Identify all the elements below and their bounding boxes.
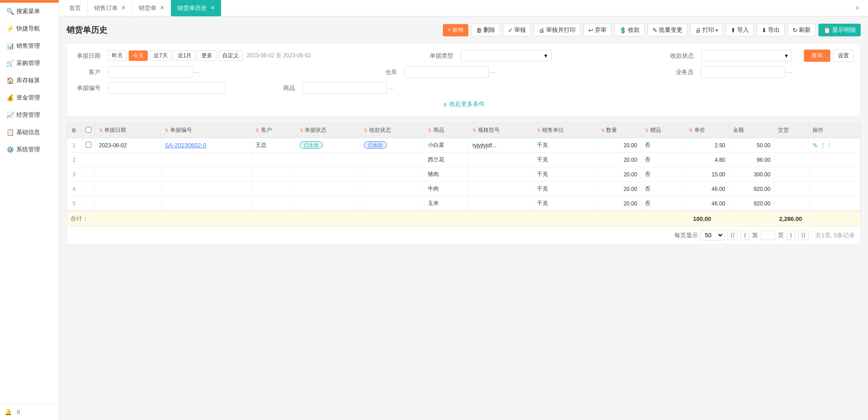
date-yesterday[interactable]: 昨天 <box>108 50 127 61</box>
show-detail-button[interactable]: 📋 显示明细 <box>818 24 861 36</box>
sidebar-item-inventory[interactable]: 🏠库存核算 <box>0 72 59 89</box>
page-content: 销货单历史 + 新增 🗑 删除 ✓ 审核 🖨 审核并打印 ↩ 弃审 <box>59 16 868 420</box>
doc-number-input[interactable] <box>108 82 226 94</box>
customer-input[interactable] <box>108 66 192 78</box>
audit-print-button[interactable]: 🖨 审核并打印 <box>534 24 581 36</box>
tab-close-sales-history[interactable]: ✕ <box>211 5 215 11</box>
warehouse-dots[interactable]: ··· <box>491 69 496 75</box>
close-all-tabs[interactable]: ✕ <box>851 5 864 11</box>
unit-col-header[interactable]: ⇅ 销售单位 <box>533 123 597 138</box>
salesperson-dots[interactable]: ··· <box>787 69 792 75</box>
date-custom[interactable]: 自定义 <box>218 50 243 61</box>
gift-col-header[interactable]: ⇅ 赠品 <box>641 123 685 138</box>
row-checkbox-cell <box>81 138 95 153</box>
batch-change-button[interactable]: ✎ 批量变更 <box>647 24 687 36</box>
prev-page-button[interactable]: ⟨ <box>741 230 749 240</box>
edit-icon[interactable]: ✎ <box>813 142 818 149</box>
price-col-header[interactable]: ⇅ 单价 <box>685 123 729 138</box>
row-doc-date <box>95 167 161 182</box>
payment-status-select[interactable]: ▾ <box>701 50 792 61</box>
audit-icon: ✓ <box>508 27 513 34</box>
row-actions <box>809 167 860 182</box>
query-button[interactable]: 查询 <box>804 50 830 62</box>
date-1month[interactable]: 近1月 <box>174 50 196 61</box>
sidebar-item-purchase-mgmt[interactable]: 🛒采购管理 <box>0 55 59 72</box>
refresh-button[interactable]: ↻ 刷新 <box>788 24 816 36</box>
delete-button[interactable]: 🗑 删除 <box>471 24 500 36</box>
sidebar-bottom-icon2[interactable]: ⏸ <box>15 409 21 415</box>
row-price: 15.00 <box>685 167 729 182</box>
first-page-button[interactable]: ⟨⟨ <box>727 230 738 240</box>
sidebar-item-system-mgmt[interactable]: ⚙️系统管理 <box>0 141 59 158</box>
collapse-button[interactable]: ∧ 收起更多条件 <box>73 98 854 110</box>
import-icon: ⬆ <box>731 27 736 34</box>
row-doc-status <box>296 167 360 182</box>
collapse-section: ∧ 收起更多条件 <box>73 98 854 110</box>
date-today[interactable]: 今天 <box>129 50 148 61</box>
row-doc-number <box>161 182 252 196</box>
product-input[interactable] <box>302 82 387 94</box>
payment-status-col-header[interactable]: ⇅ 收款状态 <box>360 123 424 138</box>
salesperson-input[interactable] <box>701 66 785 78</box>
row-payment-status <box>360 196 424 211</box>
tab-sales-history[interactable]: 销货单历史✕ <box>171 0 221 16</box>
sidebar-item-basic-info[interactable]: 📋基础信息 <box>0 124 59 141</box>
settings-button[interactable]: 设置 <box>833 50 854 62</box>
qty-col-header[interactable]: ⇅ 数量 <box>597 123 641 138</box>
warehouse-label: 仓库 <box>370 68 397 76</box>
last-page-button[interactable]: ⟩⟩ <box>798 230 809 240</box>
doc-type-select[interactable]: ▾ <box>461 50 552 61</box>
print-button[interactable]: 🖨 打印 ▾ <box>690 24 723 36</box>
product-label: 商品 <box>268 84 295 92</box>
doc-number-col-header[interactable]: ⇅ 单据编号 <box>161 123 252 138</box>
table-header: ⚙ ⇅ 单据日期 ⇅ 单据编号 ⇅ 客户 ⇅ 单据状态 ⇅ 收款状态 ⇅ 商品 … <box>67 123 860 138</box>
more-icon[interactable]: ⋮⋮ <box>820 142 833 149</box>
sidebar-bottom-icon1[interactable]: 🔔 <box>5 409 12 415</box>
row-payment-status: 已收款 <box>360 138 424 153</box>
export-button[interactable]: ⬇ 导出 <box>757 24 785 36</box>
sidebar-item-sales-mgmt[interactable]: 📊销售管理 <box>0 37 59 55</box>
per-page-select[interactable]: 50 100 200 <box>701 230 724 240</box>
row-product: 猪肉 <box>424 167 469 182</box>
product-col-header[interactable]: ⇅ 商品 <box>424 123 469 138</box>
abandon-button[interactable]: ↩ 弃审 <box>583 24 612 36</box>
row-price: 46.00 <box>685 196 729 211</box>
select-all-checkbox[interactable] <box>85 127 91 133</box>
date-more[interactable]: 更多 <box>197 50 216 61</box>
tab-home[interactable]: 首页 <box>63 0 88 16</box>
spec-col-header[interactable]: ⇅ 规格型号 <box>469 123 533 138</box>
doc-date-col-header[interactable]: ⇅ 单据日期 <box>95 123 161 138</box>
page-number-input[interactable]: 1 <box>761 230 775 240</box>
warehouse-input[interactable] <box>404 66 489 78</box>
tab-close-sales-order[interactable]: ✕ <box>121 5 125 11</box>
row-price: 2.50 <box>685 138 729 153</box>
row-checkbox[interactable] <box>85 142 91 148</box>
product-dots[interactable]: ··· <box>389 85 394 91</box>
row-unit: 千克 <box>533 182 597 196</box>
customer-col-header[interactable]: ⇅ 客户 <box>252 123 296 138</box>
tab-close-sales-goods[interactable]: ✕ <box>160 5 164 11</box>
sidebar-item-finance-mgmt[interactable]: 💰资金管理 <box>0 89 59 106</box>
settings-col-header[interactable]: ⚙ <box>67 123 81 138</box>
date-7days[interactable]: 近7天 <box>150 50 172 61</box>
collect-button[interactable]: 💲 收款 <box>614 24 645 36</box>
table-row: 3 猪肉 千克 20.00 否 15.00 300.00 <box>67 167 860 182</box>
doc-number-link[interactable]: SA-20230602-0 <box>165 142 206 149</box>
tabbar: 首页销售订单✕销货单✕销货单历史✕ ✕ <box>59 0 868 16</box>
customer-dots[interactable]: ··· <box>194 69 199 75</box>
table-row: 5 玉米 千克 20.00 否 46.00 920.00 <box>67 196 860 211</box>
row-customer <box>252 167 296 182</box>
sidebar-item-search-menu[interactable]: 🔍搜索菜单 <box>0 3 59 20</box>
sidebar-item-ops-mgmt[interactable]: 📈经营管理 <box>0 106 59 124</box>
date-label: 单据日期 <box>73 52 100 60</box>
tab-sales-goods[interactable]: 销货单✕ <box>132 0 171 16</box>
doc-status-col-header[interactable]: ⇅ 单据状态 <box>296 123 360 138</box>
tab-sales-order[interactable]: 销售订单✕ <box>88 0 132 16</box>
sidebar-item-quick-nav[interactable]: ⚡快捷导航 <box>0 20 59 37</box>
new-button[interactable]: + 新增 <box>443 24 468 36</box>
print-icon: 🖨 <box>695 27 701 34</box>
row-amount: 300.00 <box>729 167 774 182</box>
audit-button[interactable]: ✓ 审核 <box>503 24 531 36</box>
next-page-button[interactable]: ⟩ <box>787 230 795 240</box>
import-button[interactable]: ⬆ 导入 <box>726 24 754 36</box>
